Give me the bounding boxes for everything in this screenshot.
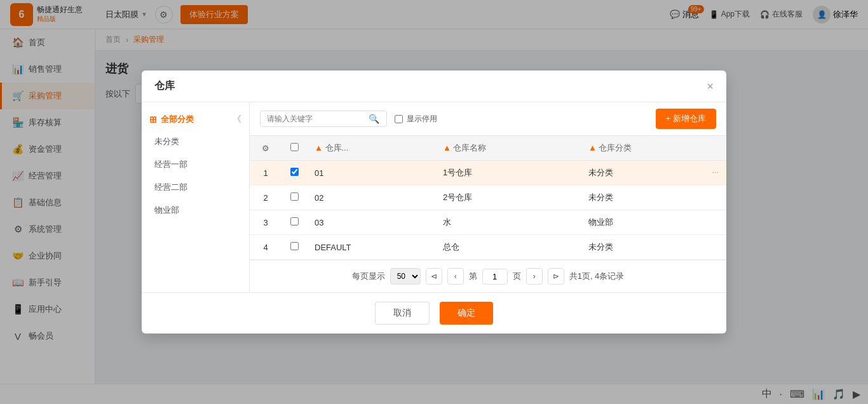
row-checkbox[interactable] (290, 168, 299, 176)
grid-icon: ⊞ (149, 114, 157, 125)
td-check[interactable] (281, 161, 307, 185)
modal-footer: 取消 确定 (142, 292, 726, 333)
table-row[interactable]: 4 DEFAULT 总仓 未分类 (250, 235, 726, 260)
th-category: ▲ 仓库分类 (581, 136, 726, 161)
modal-title: 仓库 (154, 79, 175, 93)
table-toolbar: 🔍 显示停用 + 新增仓库 (250, 102, 726, 136)
page-label: 页 (513, 271, 521, 282)
page-input[interactable] (482, 269, 508, 285)
warehouse-modal: 仓库 × ⊞ 全部分类 《 未分类 经营一部 经营二部 物业部 (142, 71, 726, 333)
th-check[interactable] (281, 136, 307, 161)
td-num: 4 (250, 235, 281, 260)
table-header-row: ⚙ ▲ 仓库... ▲ (250, 136, 726, 161)
show-disabled-label: 显示停用 (407, 114, 437, 125)
prev-page-btn[interactable]: ‹ (447, 268, 464, 285)
td-name: 1号仓库 (435, 161, 581, 185)
cat-all-label[interactable]: 全部分类 (161, 114, 194, 125)
prev-page-icon: ‹ (454, 272, 457, 281)
total-label: 共1页, 4条记录 (569, 271, 625, 282)
gear-icon: ⚙ (262, 144, 269, 153)
modal-close-button[interactable]: × (707, 81, 714, 92)
td-code: 03 (307, 210, 435, 235)
sort-up-icon3: ▲ (588, 143, 597, 152)
cat-header: ⊞ 全部分类 《 (142, 109, 249, 130)
row-checkbox[interactable] (290, 217, 299, 226)
td-category: 未分类 (581, 185, 726, 210)
td-name: 总仓 (435, 235, 581, 260)
search-box: 🔍 (260, 111, 387, 127)
th-gear[interactable]: ⚙ (250, 136, 281, 161)
th-code: ▲ 仓库... (307, 136, 435, 161)
cat-title-area: ⊞ 全部分类 (149, 114, 194, 125)
td-num: 2 (250, 185, 281, 210)
search-input[interactable] (267, 114, 369, 123)
cat-item-property[interactable]: 物业部 (142, 199, 249, 222)
last-page-btn[interactable]: ⊳ (548, 268, 564, 285)
warehouse-table: ⚙ ▲ 仓库... ▲ (250, 136, 726, 260)
first-page-btn[interactable]: ⊲ (426, 268, 442, 285)
cat-item-uncategorized[interactable]: 未分类 (142, 130, 249, 153)
td-category: 未分类 ··· (581, 161, 726, 185)
td-category: 物业部 (581, 210, 726, 235)
td-code: 01 (307, 161, 435, 185)
per-page-label: 每页显示 (352, 271, 385, 282)
table-row[interactable]: 3 03 水 物业部 (250, 210, 726, 235)
last-page-icon: ⊳ (553, 272, 559, 281)
cancel-button[interactable]: 取消 (375, 302, 430, 325)
table-row[interactable]: 2 02 2号仓库 未分类 (250, 185, 726, 210)
next-page-btn[interactable]: › (526, 268, 543, 285)
td-category: 未分类 (581, 235, 726, 260)
td-num: 1 (250, 161, 281, 185)
row-more-icon[interactable]: ··· (712, 167, 719, 177)
next-page-icon: › (533, 272, 536, 281)
data-table: ⚙ ▲ 仓库... ▲ (250, 136, 726, 260)
td-code: 02 (307, 185, 435, 210)
first-page-icon: ⊲ (431, 272, 437, 281)
cat-item-dept2[interactable]: 经营二部 (142, 176, 249, 199)
table-row[interactable]: 1 01 1号仓库 未分类 ··· (250, 161, 726, 185)
table-area: 🔍 显示停用 + 新增仓库 (250, 102, 726, 292)
show-disabled-area[interactable]: 显示停用 (395, 114, 437, 125)
row-checkbox[interactable] (290, 192, 299, 201)
td-check[interactable] (281, 210, 307, 235)
td-num: 3 (250, 210, 281, 235)
confirm-button[interactable]: 确定 (440, 302, 493, 325)
th-name: ▲ 仓库名称 (435, 136, 581, 161)
td-check[interactable] (281, 235, 307, 260)
sort-up-icon2: ▲ (443, 143, 451, 152)
page-text: 第 (469, 271, 477, 282)
td-name: 2号仓库 (435, 185, 581, 210)
show-disabled-checkbox[interactable] (395, 115, 403, 123)
row-checkbox[interactable] (290, 242, 299, 250)
cat-collapse-button[interactable]: 《 (233, 114, 241, 125)
td-check[interactable] (281, 185, 307, 210)
per-page-select[interactable]: 50 (390, 268, 421, 285)
modal-body: ⊞ 全部分类 《 未分类 经营一部 经营二部 物业部 🔍 (142, 102, 726, 292)
new-warehouse-button[interactable]: + 新增仓库 (656, 109, 716, 129)
cat-item-dept1[interactable]: 经营一部 (142, 153, 249, 176)
modal-header: 仓库 × (142, 71, 726, 102)
search-icon[interactable]: 🔍 (369, 114, 379, 124)
td-code: DEFAULT (307, 235, 435, 260)
select-all-checkbox[interactable] (290, 143, 299, 151)
sort-up-icon: ▲ (315, 143, 323, 152)
pagination: 每页显示 50 ⊲ ‹ 第 页 › (250, 260, 726, 292)
category-sidebar: ⊞ 全部分类 《 未分类 经营一部 经营二部 物业部 (142, 102, 250, 292)
td-name: 水 (435, 210, 581, 235)
modal-overlay: 仓库 × ⊞ 全部分类 《 未分类 经营一部 经营二部 物业部 (0, 0, 868, 404)
